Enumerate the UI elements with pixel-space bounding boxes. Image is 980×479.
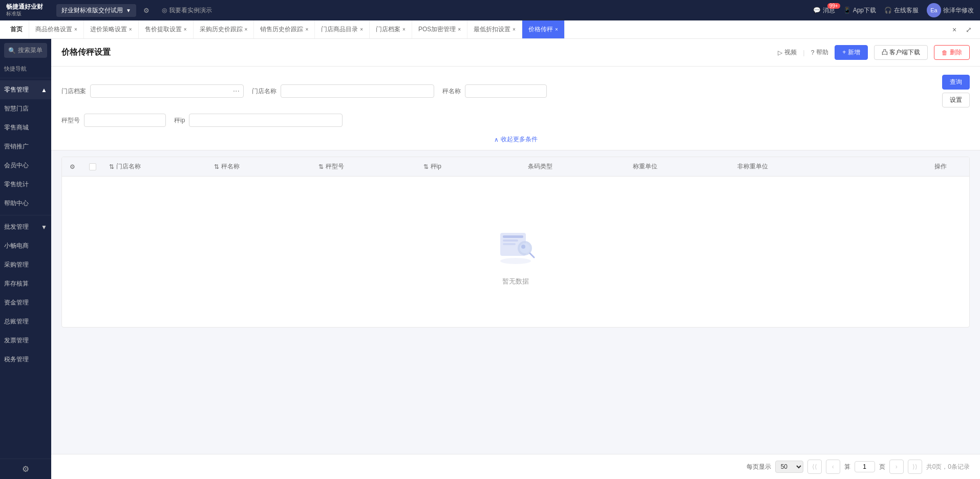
sidebar-item-tax-mgmt[interactable]: 税务管理 — [0, 350, 51, 369]
sort-icon[interactable]: ⇅ — [423, 163, 429, 170]
top-settings-button[interactable]: ⚙ — [139, 3, 154, 17]
sidebar-item-marketing[interactable]: 营销推广 — [0, 137, 51, 156]
tab-close-icon[interactable]: × — [305, 27, 308, 32]
select-all-checkbox[interactable] — [89, 163, 96, 170]
sidebar-item-invoice-mgmt[interactable]: 发票管理 — [0, 331, 51, 350]
sidebar-item-label: 零售商城 — [4, 123, 29, 132]
collapse-button[interactable]: ∧ 收起更多条件 — [494, 135, 538, 144]
page-number-input[interactable] — [855, 461, 875, 472]
next-page-button[interactable]: › — [889, 460, 904, 474]
sort-icon[interactable]: ⇅ — [109, 163, 114, 170]
video-link[interactable]: ▷ 视频 — [778, 48, 797, 57]
chevron-down-icon: ▼ — [126, 8, 131, 13]
app-download-button[interactable]: 📱 App下载 — [843, 6, 876, 15]
tab-close-all-button[interactable]: × — [947, 23, 962, 37]
sort-icon[interactable]: ⇅ — [214, 163, 219, 170]
reset-button[interactable]: 设置 — [942, 93, 970, 107]
table-column-checkbox[interactable] — [82, 158, 103, 176]
store-file-dots-button[interactable]: ··· — [233, 86, 240, 96]
help-link[interactable]: ? 帮助 — [811, 48, 829, 57]
data-table: ⚙ ⇅ 门店名称 ⇅ 秤名称 ⇅ 秤型号 — [61, 157, 970, 328]
sidebar-item-label: 批发管理 — [4, 223, 29, 231]
sidebar-item-label: 库存核算 — [4, 279, 29, 288]
tab-purchase-strategy[interactable]: 进价策略设置 × — [84, 20, 139, 39]
sidebar-item-finance[interactable]: 资金管理 — [0, 293, 51, 312]
scale-model-input[interactable] — [84, 114, 166, 127]
tab-store-file[interactable]: 门店档案 × — [370, 20, 412, 39]
tab-sale-price[interactable]: 售价提取设置 × — [139, 20, 194, 39]
sidebar-item-label: 营销推广 — [4, 142, 29, 151]
demo-link[interactable]: ◎ 我要看实例演示 — [162, 6, 212, 15]
sidebar-divider-2 — [0, 215, 51, 215]
sidebar-item-retail-mall[interactable]: 零售商城 — [0, 118, 51, 137]
help-icon: ? — [811, 49, 815, 56]
pagination-bar: 每页显示 20 50 100 ⟨⟨ ‹ 算 页 › ⟩⟩ 共0页，0条记录 — [51, 454, 980, 479]
tab-close-icon[interactable]: × — [402, 27, 406, 32]
app-download-label: App下载 — [853, 6, 876, 15]
store-name-label: 门店名称 — [252, 87, 276, 96]
sidebar-item-purchase-mgmt[interactable]: 采购管理 — [0, 255, 51, 274]
filter-scale-model: 秤型号 — [61, 114, 166, 127]
avatar: Ea — [927, 3, 941, 17]
download-client-button[interactable]: 凸 客户端下载 — [874, 45, 928, 60]
tab-price-setting[interactable]: 商品价格设置 × — [29, 20, 84, 39]
tab-close-icon[interactable]: × — [360, 27, 363, 32]
tab-min-discount[interactable]: 最低折扣设置 × — [467, 20, 522, 39]
online-service-button[interactable]: 🎧 在线客服 — [884, 6, 919, 15]
product-selector[interactable]: 好业财标准版交付试用 ▼ — [56, 4, 136, 17]
tab-sale-history[interactable]: 销售历史价跟踪 × — [254, 20, 315, 39]
store-file-input[interactable] — [90, 84, 244, 98]
reset-button-label: 设置 — [950, 96, 962, 104]
sidebar-item-label: 税务管理 — [4, 355, 29, 364]
store-name-input[interactable] — [281, 84, 434, 98]
tab-pos-management[interactable]: POS加密管理 × — [412, 20, 467, 39]
headset-icon: 🎧 — [884, 7, 892, 14]
message-button[interactable]: 💬 消息 99+ — [813, 6, 835, 15]
svg-line-7 — [530, 253, 534, 257]
scale-name-input[interactable] — [465, 84, 547, 98]
video-link-text: 视频 — [784, 48, 797, 57]
table-column-settings[interactable]: ⚙ — [62, 158, 82, 176]
sidebar-item-member-center[interactable]: 会员中心 — [0, 156, 51, 175]
sidebar-item-retail-stats[interactable]: 零售统计 — [0, 175, 51, 194]
search-menu-button[interactable]: 🔍 搜索菜单 — [4, 43, 47, 58]
tab-close-icon[interactable]: × — [513, 27, 516, 32]
chevron-up-icon: ∧ — [494, 136, 499, 143]
tab-price-scale[interactable]: 价格传秤 × — [522, 20, 565, 39]
sidebar-item-label: 总账管理 — [4, 317, 29, 326]
first-page-button[interactable]: ⟨⟨ — [807, 460, 822, 474]
sort-icon[interactable]: ⇅ — [318, 163, 324, 170]
tab-home[interactable]: 首页 — [4, 20, 29, 39]
scale-model-label: 秤型号 — [61, 116, 80, 125]
sidebar-item-help-center[interactable]: 帮助中心 — [0, 194, 51, 213]
column-label: 门店名称 — [116, 162, 141, 171]
sidebar-item-retail-management[interactable]: 零售管理 ▲ — [0, 80, 51, 99]
sidebar-item-inventory[interactable]: 库存核算 — [0, 274, 51, 293]
sidebar-bottom-settings-icon[interactable]: ⚙ — [22, 464, 29, 474]
page-size-select[interactable]: 20 50 100 — [775, 461, 803, 473]
filter-store-name: 门店名称 — [252, 84, 434, 98]
tab-label: 商品价格设置 — [35, 25, 72, 34]
last-page-button[interactable]: ⟩⟩ — [908, 460, 922, 474]
add-button[interactable]: + 新增 — [835, 45, 867, 60]
tab-store-catalog[interactable]: 门店商品目录 × — [315, 20, 370, 39]
tab-close-icon[interactable]: × — [74, 27, 77, 32]
sidebar-item-wholesale-mgmt[interactable]: 批发管理 ▼ — [0, 217, 51, 236]
tab-close-icon[interactable]: × — [555, 27, 558, 32]
sidebar-item-smart-store[interactable]: 智慧门店 — [0, 99, 51, 118]
user-area[interactable]: Ea 徐泽华修改 — [927, 3, 974, 17]
scale-ip-input[interactable] — [189, 114, 343, 127]
table-column-barcode-type: 条码类型 — [522, 157, 627, 176]
tab-close-icon[interactable]: × — [184, 27, 187, 32]
delete-button[interactable]: 🗑 删除 — [934, 45, 970, 60]
prev-page-button[interactable]: ‹ — [826, 460, 840, 474]
tab-purchase-history[interactable]: 采购历史价跟踪 × — [194, 20, 254, 39]
tab-close-icon[interactable]: × — [245, 27, 248, 32]
tab-close-icon[interactable]: × — [129, 27, 132, 32]
sidebar-item-label: 智慧门店 — [4, 104, 29, 113]
query-button[interactable]: 查询 — [942, 75, 970, 90]
sidebar-item-general-ledger[interactable]: 总账管理 — [0, 312, 51, 331]
tab-expand-button[interactable]: ⤢ — [962, 23, 976, 37]
tab-close-icon[interactable]: × — [458, 27, 461, 32]
sidebar-item-small-ecom[interactable]: 小畅电商 — [0, 236, 51, 255]
